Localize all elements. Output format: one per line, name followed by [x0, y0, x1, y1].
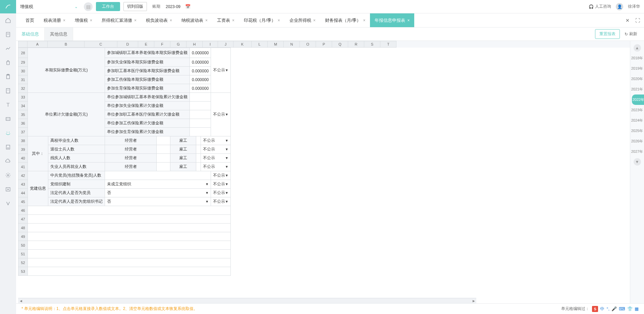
col-header-K[interactable]: K	[233, 41, 252, 48]
tab-9[interactable]: 财务报表（月/季）×	[320, 13, 370, 27]
row-header-50[interactable]: 50	[18, 241, 28, 250]
col-header-N[interactable]: N	[284, 41, 300, 48]
tab-0[interactable]: 首页	[21, 13, 39, 27]
cell[interactable]: 单位参加工伤保险累计欠缴金额	[105, 119, 190, 128]
subtab-other[interactable]: 其他信息	[45, 27, 73, 41]
year-2025年[interactable]: 2025年	[631, 126, 644, 136]
col-header-J[interactable]: J	[218, 41, 233, 48]
nav-calc[interactable]	[0, 84, 16, 98]
cell[interactable]	[157, 136, 170, 145]
reset-button[interactable]: 重置报表	[595, 29, 620, 39]
cell[interactable]: 0.000000	[190, 84, 211, 93]
row-header-52[interactable]: 52	[18, 258, 28, 267]
cell[interactable]	[28, 215, 231, 224]
year-up-button[interactable]: ▲	[634, 44, 641, 52]
row-header-45[interactable]: 45	[18, 197, 28, 206]
subtab-basic[interactable]: 基础信息	[16, 27, 45, 41]
row-header-47[interactable]: 47	[18, 215, 28, 224]
cell[interactable]	[28, 241, 231, 250]
cell[interactable]: 高校毕业生人数	[48, 136, 105, 145]
tab-5[interactable]: 纳税波动表×	[177, 13, 212, 27]
tab-close-icon[interactable]: ×	[363, 18, 365, 23]
year-2019年[interactable]: 2019年	[631, 63, 644, 74]
col-header-L[interactable]: L	[252, 41, 268, 48]
row-header-44[interactable]: 44	[18, 189, 28, 197]
cell[interactable]: 不公示▼	[211, 197, 231, 206]
tab-close-all[interactable]: ✕	[624, 17, 631, 24]
cell[interactable]: 残疾人人数	[48, 154, 105, 163]
nav-cloud[interactable]	[0, 154, 16, 168]
help-link[interactable]: 🎧 人工咨询	[589, 4, 611, 9]
year-2018年[interactable]: 2018年	[631, 53, 644, 63]
cell[interactable]: 单位参加失业保险累计欠缴金额	[105, 102, 190, 110]
cell[interactable]: 中共党员(包括预备党员)人数	[48, 171, 105, 180]
year-2024年[interactable]: 2024年	[631, 115, 644, 126]
tab-close-icon[interactable]: ×	[407, 18, 410, 23]
row-header-49[interactable]: 49	[18, 232, 28, 241]
year-2023年[interactable]: 2023年	[631, 105, 644, 115]
cell[interactable]: 失业人员再就业人数	[48, 163, 105, 171]
tab-1[interactable]: 税表清册×	[39, 13, 70, 27]
cell[interactable]: 单位参加城镇职工基本养老保险累计欠缴金额	[105, 93, 190, 102]
year-2026年[interactable]: 2026年	[631, 136, 644, 146]
nav-text[interactable]	[0, 98, 16, 112]
nav-grid[interactable]	[0, 112, 16, 126]
cell[interactable]	[190, 102, 211, 110]
cell[interactable]: 参加职工基本医疗保险本期实际缴费金额	[105, 67, 190, 75]
username[interactable]: 徐泽华	[628, 4, 640, 9]
tab-close-icon[interactable]: ×	[63, 18, 65, 23]
cell[interactable]: 0.000000	[190, 58, 211, 67]
tab-close-icon[interactable]: ×	[170, 18, 172, 23]
row-header-42[interactable]: 42	[18, 171, 28, 180]
tab-6[interactable]: 工资表×	[212, 13, 239, 27]
cell[interactable]	[157, 163, 170, 171]
cell[interactable]: 雇工	[170, 136, 196, 145]
calendar-icon[interactable]: 📅	[185, 4, 191, 9]
row-header-33[interactable]: 33	[18, 93, 28, 102]
row-header-31[interactable]: 31	[18, 75, 28, 84]
cell[interactable]: 0.000000	[190, 75, 211, 84]
cell[interactable]: 0.000000	[190, 67, 211, 75]
cell[interactable]: 不公示▼	[211, 180, 231, 189]
group2-status[interactable]: 不公示▼	[211, 93, 231, 136]
module-dropdown[interactable]: 增值税 ⌄	[20, 4, 80, 10]
row-header-48[interactable]: 48	[18, 224, 28, 232]
ime-bar[interactable]: S 中 °, 🎤 ⌨ 👕 ▦	[592, 306, 639, 312]
cell[interactable]	[196, 136, 201, 145]
cell[interactable]: 不公示▼	[201, 136, 230, 145]
col-header-R[interactable]: R	[348, 41, 364, 48]
tab-close-icon[interactable]: ×	[313, 18, 316, 23]
scroll-right-icon[interactable]: ▶	[471, 298, 476, 303]
cell[interactable]	[105, 171, 211, 180]
col-header-S[interactable]: S	[364, 41, 380, 48]
nav-chart[interactable]	[0, 42, 16, 56]
cell[interactable]: 参加工伤保险本期实际缴费金额	[105, 75, 190, 84]
cell[interactable]	[190, 119, 211, 128]
cell[interactable]: 未成立党组织▼	[105, 180, 211, 189]
cell[interactable]	[28, 232, 231, 241]
cell[interactable]	[28, 206, 231, 215]
cell[interactable]: 参加失业保险本期实际缴费金额	[105, 58, 190, 67]
row-header-32[interactable]: 32	[18, 84, 28, 93]
nav-clipboard[interactable]	[0, 70, 16, 84]
tab-close-icon[interactable]: ×	[232, 18, 234, 23]
cell[interactable]: 党组织建制	[48, 180, 105, 189]
cell[interactable]	[157, 154, 170, 163]
cell[interactable]	[157, 145, 170, 154]
col-header-G[interactable]: G	[170, 41, 186, 48]
tab-10[interactable]: 年报信息申报表×	[370, 13, 414, 27]
tab-close-icon[interactable]: ×	[278, 18, 280, 23]
cell[interactable]: 参加城镇职工基本养老保险本期实际缴费金额	[105, 48, 190, 58]
row-header-35[interactable]: 35	[18, 110, 28, 119]
cell[interactable]: 单位参加生育保险累计欠缴金额	[105, 128, 190, 136]
row-header-34[interactable]: 34	[18, 102, 28, 110]
row-header-37[interactable]: 37	[18, 128, 28, 136]
cell[interactable]	[190, 110, 211, 119]
cell[interactable]	[196, 163, 201, 171]
cell[interactable]: 经营者	[105, 163, 157, 171]
cell[interactable]: 不公示▼	[211, 189, 231, 197]
cell[interactable]: 雇工	[170, 163, 196, 171]
row-header-41[interactable]: 41	[18, 163, 28, 171]
row-header-46[interactable]: 46	[18, 206, 28, 215]
cell[interactable]: 否▼	[105, 197, 211, 206]
